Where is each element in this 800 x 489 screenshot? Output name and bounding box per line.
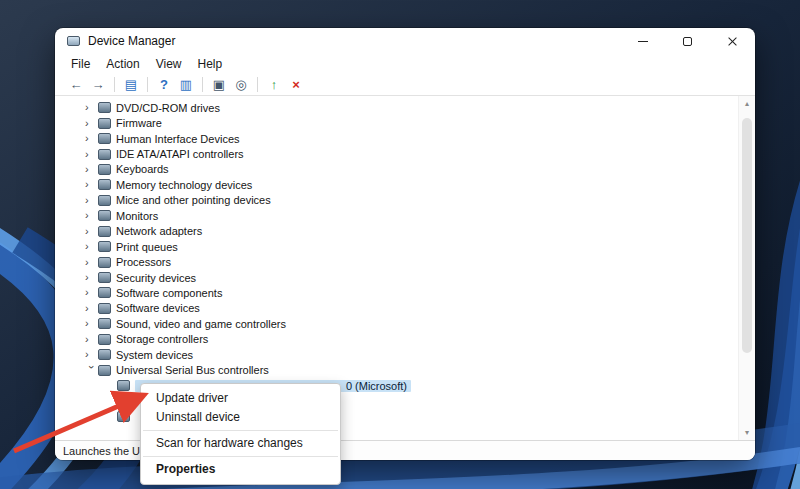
network-adapters-icon — [98, 226, 111, 237]
usb-device-icon — [117, 396, 130, 407]
tree-item[interactable]: ›Storage controllers — [55, 332, 738, 347]
tree-item[interactable]: ›Human Interface Devices — [55, 131, 738, 146]
tree-item[interactable]: ›DVD/CD-ROM drives — [55, 100, 738, 115]
chevron-right-icon[interactable]: › — [85, 210, 98, 221]
context-menu-item-update-driver[interactable]: Update driver — [141, 389, 340, 408]
processors-icon — [98, 257, 111, 268]
tree-item[interactable]: ›Firmware — [55, 115, 738, 130]
update-driver-icon[interactable]: ↑ — [263, 75, 285, 94]
chevron-right-icon[interactable]: › — [85, 149, 98, 160]
tree-item-label: Software components — [116, 287, 222, 299]
tree-item-label: Processors — [116, 256, 171, 268]
tree-item[interactable]: ›Monitors — [55, 208, 738, 223]
software-devices-icon — [98, 303, 111, 314]
tree-item[interactable]: ›Keyboards — [55, 162, 738, 177]
scan-icon[interactable]: ◎ — [230, 75, 252, 94]
chevron-right-icon[interactable]: › — [85, 257, 98, 268]
uninstall-icon[interactable]: × — [285, 75, 307, 94]
tree-item-label: Software devices — [116, 302, 200, 314]
chevron-right-icon[interactable]: › — [85, 287, 98, 298]
chevron-right-icon[interactable]: › — [85, 318, 98, 329]
security-devices-icon — [98, 272, 111, 283]
chevron-right-icon[interactable]: › — [85, 272, 98, 283]
forward-icon[interactable]: → — [87, 75, 109, 94]
close-icon — [727, 36, 738, 47]
firmware-icon — [98, 118, 111, 129]
dvd-cd-rom-drives-icon — [98, 102, 111, 113]
close-button[interactable] — [710, 28, 755, 54]
tree-item-label: DVD/CD-ROM drives — [116, 102, 220, 114]
tree-item-label: Human Interface Devices — [116, 133, 240, 145]
context-menu-item-uninstall-device[interactable]: Uninstall device — [141, 408, 340, 427]
tree-item-label: Storage controllers — [116, 333, 208, 345]
minimize-icon — [638, 41, 648, 42]
chevron-right-icon[interactable]: › — [85, 349, 98, 360]
chevron-down-icon[interactable]: › — [86, 365, 97, 378]
chevron-right-icon[interactable]: › — [85, 102, 98, 113]
tree-item[interactable]: ›Sound, video and game controllers — [55, 316, 738, 331]
menu-help[interactable]: Help — [190, 57, 231, 71]
tree-item[interactable]: ›Software components — [55, 285, 738, 300]
chevron-right-icon[interactable]: › — [85, 195, 98, 206]
mice-and-other-pointing-devices-icon — [98, 195, 111, 206]
tree-item[interactable]: ›Network adapters — [55, 224, 738, 239]
scrollbar-thumb[interactable] — [742, 118, 752, 353]
tree-item-label: Monitors — [116, 210, 158, 222]
tree-item-label: System devices — [116, 349, 193, 361]
menu-file[interactable]: File — [63, 57, 98, 71]
maximize-button[interactable] — [665, 28, 710, 54]
chevron-right-icon[interactable]: › — [85, 226, 98, 237]
ide-ata-atapi-controllers-icon — [98, 149, 111, 160]
usb-device-icon — [117, 411, 130, 422]
context-menu-item-scan-for-hardware-changes[interactable]: Scan for hardware changes — [141, 434, 340, 453]
device-manager-icon — [67, 36, 80, 46]
computer-icon[interactable]: ▣ — [208, 75, 230, 94]
properties-icon[interactable]: ▥ — [175, 75, 197, 94]
title-bar[interactable]: Device Manager — [55, 28, 755, 54]
context-menu: Update driverUninstall deviceScan for ha… — [140, 383, 341, 485]
tree-item[interactable]: ›Mice and other pointing devices — [55, 193, 738, 208]
software-components-icon — [98, 287, 111, 298]
chevron-right-icon[interactable]: › — [85, 334, 98, 345]
toolbar-separator — [114, 77, 115, 92]
tree-item[interactable]: ›System devices — [55, 347, 738, 362]
sound-video-and-game-controllers-icon — [98, 318, 111, 329]
help-icon[interactable]: ? — [153, 75, 175, 94]
toolbar-separator — [202, 77, 203, 92]
status-text: Launches the U — [63, 445, 140, 457]
scroll-down-icon[interactable]: ▾ — [739, 425, 755, 440]
chevron-right-icon[interactable]: › — [85, 133, 98, 144]
scroll-up-icon[interactable]: ▴ — [739, 96, 755, 111]
tree-scrollbar[interactable]: ▴ ▾ — [738, 96, 755, 440]
toolbar-separator — [147, 77, 148, 92]
tree-item[interactable]: ›Universal Serial Bus controllers — [55, 362, 738, 377]
window-controls — [620, 28, 755, 54]
chevron-right-icon[interactable]: › — [85, 241, 98, 252]
tree-item-label: Security devices — [116, 272, 196, 284]
tree-item-label: Keyboards — [116, 163, 169, 175]
tree-item[interactable]: ›Print queues — [55, 239, 738, 254]
menu-view[interactable]: View — [148, 57, 190, 71]
context-menu-item-properties[interactable]: Properties — [141, 460, 340, 479]
back-icon[interactable]: ← — [65, 75, 87, 94]
tree-item[interactable]: ›IDE ATA/ATAPI controllers — [55, 146, 738, 161]
chevron-right-icon[interactable]: › — [85, 164, 98, 175]
tree-item-label: Universal Serial Bus controllers — [116, 364, 269, 376]
chevron-right-icon[interactable]: › — [85, 179, 98, 190]
minimize-button[interactable] — [620, 28, 665, 54]
usb-device-icon — [117, 380, 130, 391]
chevron-right-icon[interactable]: › — [85, 118, 98, 129]
print-queues-icon — [98, 241, 111, 252]
keyboards-icon — [98, 164, 111, 175]
tree-item[interactable]: ›Security devices — [55, 270, 738, 285]
menu-action[interactable]: Action — [98, 57, 147, 71]
maximize-icon — [683, 37, 692, 46]
tree-item-label: Network adapters — [116, 225, 202, 237]
console-tree-icon[interactable]: ▤ — [120, 75, 142, 94]
chevron-right-icon[interactable]: › — [85, 303, 98, 314]
tree-item[interactable]: ›Memory technology devices — [55, 177, 738, 192]
system-devices-icon — [98, 349, 111, 360]
storage-controllers-icon — [98, 334, 111, 345]
tree-item[interactable]: ›Processors — [55, 254, 738, 269]
tree-item[interactable]: ›Software devices — [55, 301, 738, 316]
